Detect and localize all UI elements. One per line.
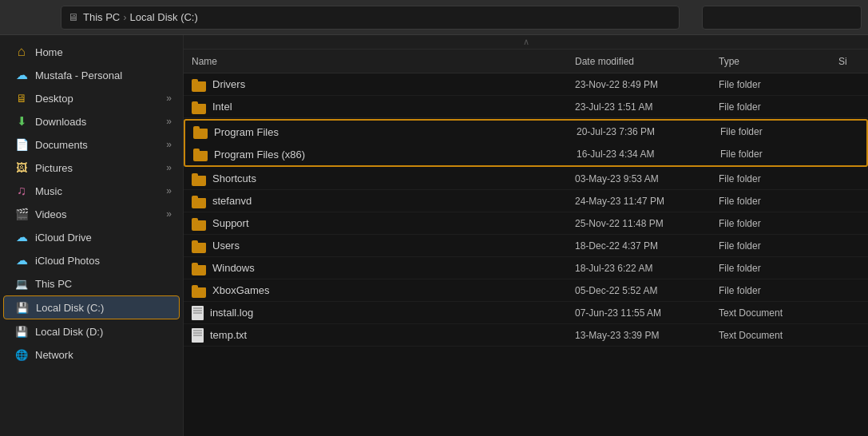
breadcrumb-localdisk[interactable]: Local Disk (C:) (130, 11, 198, 23)
up-button[interactable] (45, 14, 54, 21)
sidebar-label-network: Network (35, 349, 172, 361)
table-row[interactable]: Program Files (x86)16-Jul-23 4:34 AMFile… (185, 143, 866, 165)
sidebar-icon-icloud-drive: ☁ (14, 230, 29, 244)
folder-icon (193, 125, 208, 139)
sidebar-item-icloud-drive[interactable]: ☁iCloud Drive (3, 226, 180, 248)
file-modified-cell: 25-Nov-22 11:48 PM (575, 218, 719, 229)
top-bar: 🖥 This PC › Local Disk (C:) (0, 0, 868, 35)
file-name-text: XboxGames (212, 284, 270, 296)
table-row[interactable]: stefanvd24-May-23 11:47 PMFile folder (184, 190, 868, 212)
table-row[interactable]: Windows18-Jul-23 6:22 AMFile folder (184, 257, 868, 279)
file-name-cell: XboxGames (192, 283, 575, 298)
pin-icon-desktop: » (166, 93, 172, 104)
refresh-button[interactable] (686, 14, 699, 21)
file-name-text: install.log (210, 307, 253, 319)
breadcrumb: This PC › Local Disk (C:) (83, 11, 198, 23)
table-row[interactable]: temp.txt13-May-23 3:39 PMText Document (184, 324, 868, 347)
sidebar-icon-local-disk-d: 💾 (14, 324, 29, 339)
sidebar-item-videos[interactable]: 🎬Videos» (3, 203, 180, 225)
col-header-name[interactable]: Name (192, 56, 575, 67)
sidebar-item-desktop[interactable]: 🖥Desktop» (3, 87, 180, 109)
col-header-type[interactable]: Type (719, 56, 838, 67)
folder-icon (192, 77, 206, 92)
file-type-cell: File folder (719, 263, 838, 274)
col-header-size[interactable]: Si (838, 56, 847, 67)
file-name-cell: Drivers (192, 77, 575, 92)
sidebar-label-documents: Documents (35, 139, 160, 151)
col-header-modified[interactable]: Date modified (575, 56, 719, 67)
file-type-cell: File folder (719, 218, 838, 229)
file-name-cell: stefanvd (192, 194, 575, 208)
sidebar-item-network[interactable]: 🌐Network (3, 343, 180, 366)
folder-icon (192, 239, 206, 253)
file-name-text: stefanvd (212, 195, 252, 207)
breadcrumb-sep1: › (123, 11, 126, 23)
table-row[interactable]: Drivers23-Nov-22 8:49 PMFile folder (184, 73, 868, 96)
forward-button[interactable] (19, 14, 29, 21)
file-name-text: Shortcuts (212, 172, 256, 184)
sidebar-item-music[interactable]: ♫Music» (3, 180, 180, 202)
breadcrumb-thispc[interactable]: This PC (83, 11, 120, 23)
table-row[interactable]: Shortcuts03-May-23 9:53 AMFile folder (184, 168, 868, 190)
search-input[interactable] (702, 6, 862, 30)
table-row[interactable]: Support25-Nov-22 11:48 PMFile folder (184, 212, 868, 235)
table-row[interactable]: XboxGames05-Dec-22 5:52 AMFile folder (184, 279, 868, 302)
table-row[interactable]: Users18-Dec-22 4:37 PMFile folder (184, 235, 868, 257)
sidebar-icon-icloud-photos: ☁ (14, 253, 29, 268)
sidebar-label-videos: Videos (35, 208, 160, 220)
table-row[interactable]: Intel23-Jul-23 1:51 AMFile folder (184, 96, 868, 118)
sidebar-icon-videos: 🎬 (14, 207, 29, 221)
sidebar-icon-mustafa-personal: ☁ (14, 68, 29, 82)
file-modified-cell: 18-Dec-22 4:37 PM (575, 240, 719, 252)
folder-icon (192, 194, 206, 208)
file-modified-cell: 07-Jun-23 11:55 AM (575, 307, 719, 319)
file-name-text: Drivers (212, 78, 245, 90)
address-bar[interactable]: 🖥 This PC › Local Disk (C:) (61, 6, 680, 30)
sidebar-icon-pictures: 🖼 (14, 161, 29, 175)
sidebar-icon-desktop: 🖥 (14, 91, 29, 105)
sidebar: ⌂Home☁Mustafa - Personal🖥Desktop»⬇Downlo… (0, 35, 184, 436)
file-name-cell: Users (192, 239, 575, 253)
recent-button[interactable] (32, 14, 42, 21)
sidebar-item-local-disk-c[interactable]: 💾Local Disk (C:) (3, 295, 180, 319)
main-container: ⌂Home☁Mustafa - Personal🖥Desktop»⬇Downlo… (0, 35, 868, 436)
sidebar-icon-downloads: ⬇ (14, 114, 29, 129)
sidebar-item-documents[interactable]: 📄Documents» (3, 133, 180, 156)
sidebar-icon-music: ♫ (14, 184, 29, 198)
file-modified-cell: 23-Nov-22 8:49 PM (575, 79, 719, 90)
file-list-header: Name Date modified Type Si (184, 50, 868, 73)
sidebar-item-pictures[interactable]: 🖼Pictures» (3, 157, 180, 179)
back-button[interactable] (6, 14, 16, 21)
file-type-cell: File folder (719, 285, 838, 296)
sidebar-label-downloads: Downloads (35, 116, 160, 128)
sidebar-icon-this-pc: 💻 (14, 276, 29, 291)
sidebar-item-icloud-photos[interactable]: ☁iCloud Photos (3, 249, 180, 272)
sidebar-label-local-disk-d: Local Disk (D:) (35, 326, 172, 338)
file-list: ∧ Name Date modified Type Si Drivers23-N… (184, 35, 868, 436)
file-modified-cell: 05-Dec-22 5:52 AM (575, 285, 719, 296)
file-rows-container: Drivers23-Nov-22 8:49 PMFile folderIntel… (184, 73, 868, 347)
sidebar-item-local-disk-d[interactable]: 💾Local Disk (D:) (3, 320, 180, 343)
file-type-cell: File folder (719, 101, 838, 113)
sidebar-item-this-pc[interactable]: 💻This PC (3, 272, 180, 295)
file-type-cell: File folder (720, 149, 840, 160)
sidebar-label-icloud-drive: iCloud Drive (35, 232, 172, 244)
file-modified-cell: 20-Jul-23 7:36 PM (577, 126, 720, 137)
table-row[interactable]: install.log07-Jun-23 11:55 AMText Docume… (184, 302, 868, 324)
table-row[interactable]: Program Files20-Jul-23 7:36 PMFile folde… (185, 121, 866, 143)
file-name-text: Users (212, 240, 240, 252)
file-modified-cell: 16-Jul-23 4:34 AM (577, 149, 720, 160)
file-name-text: temp.txt (210, 329, 247, 341)
file-name-cell: Support (192, 216, 575, 231)
file-name-cell: Windows (192, 261, 575, 275)
sidebar-item-downloads[interactable]: ⬇Downloads» (3, 110, 180, 133)
pin-icon-videos: » (166, 208, 172, 220)
address-dropdown-button[interactable] (203, 16, 212, 19)
sidebar-item-mustafa-personal[interactable]: ☁Mustafa - Personal (3, 64, 180, 86)
address-bar-icon: 🖥 (68, 11, 78, 23)
file-modified-cell: 24-May-23 11:47 PM (575, 196, 719, 207)
sidebar-item-home[interactable]: ⌂Home (3, 41, 180, 63)
sidebar-label-mustafa-personal: Mustafa - Personal (35, 69, 172, 81)
sidebar-label-icloud-photos: iCloud Photos (35, 255, 172, 267)
pin-icon-music: » (166, 185, 172, 196)
